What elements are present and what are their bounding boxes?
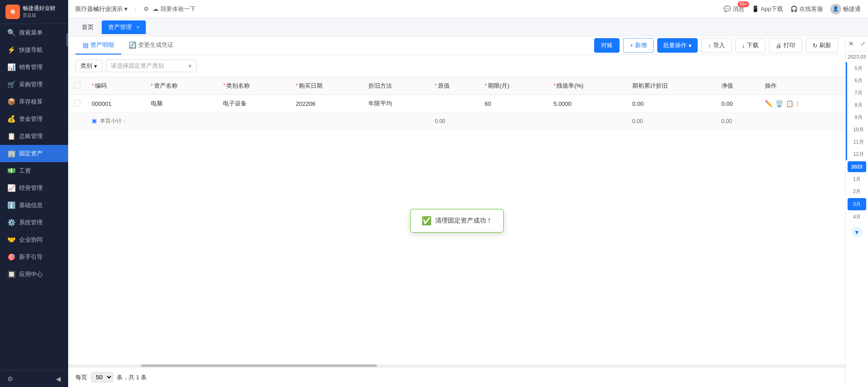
edit-icon[interactable]: ✏️: [765, 100, 773, 107]
sidebar-item-salary[interactable]: 💵 工资: [0, 162, 68, 179]
topbar-right: 💬 消息 99+ 📱 App下载 🎧 在线客服 👤 畅捷通: [724, 4, 861, 15]
table-body: 000001 电脑 电子设备 202206 年限平均 60 5.0000 0.0…: [68, 95, 845, 130]
tab-asset-detail[interactable]: ▤ 资产明细: [75, 36, 121, 55]
month-2[interactable]: 2月: [846, 185, 868, 198]
right-panel-close-button[interactable]: ✕: [848, 40, 854, 47]
sidebar-item-label: 工资: [19, 167, 31, 175]
sidebar-bottom: ⚙ ◀: [0, 370, 68, 387]
download-label: 下载: [747, 41, 759, 50]
row-checkbox[interactable]: [74, 100, 80, 106]
refresh-button[interactable]: ↻ 刷新: [806, 38, 838, 53]
th-code: *编码: [86, 77, 145, 95]
new-button[interactable]: + 新增: [623, 38, 654, 53]
month-6[interactable]: 6月: [849, 74, 868, 87]
year-2023-badge[interactable]: 2023: [848, 161, 866, 172]
category-select[interactable]: 请选择固定资产类别 ▾: [106, 60, 197, 72]
collab-icon: 🤝: [7, 236, 15, 244]
tab-close-icon[interactable]: ×: [136, 24, 140, 30]
app-download-button[interactable]: 📱 App下载: [752, 5, 783, 13]
sidebar-item-label: 企业协同: [19, 236, 43, 244]
content-wrapper: ▤ 资产明细 🔄 变更生成凭证 对账 + 新增: [68, 36, 845, 387]
toast-check-icon: ✅: [422, 216, 432, 226]
month-11[interactable]: 11月: [849, 136, 868, 148]
sidebar-item-search[interactable]: 🔍 搜索菜单: [0, 24, 68, 41]
tab-asset-management[interactable]: 资产管理 ×: [102, 20, 146, 34]
message-icon: 💬: [724, 5, 731, 12]
sidebar-item-finance[interactable]: 💰 资金管理: [0, 110, 68, 128]
month-10[interactable]: 10月: [849, 124, 868, 136]
delete-icon[interactable]: 🗑️: [775, 100, 783, 107]
th-purchase-date: *购买日期: [290, 77, 363, 95]
collapse-icon[interactable]: ◀: [56, 375, 61, 382]
cell-accumulated-depreciation: 0.00: [627, 95, 716, 113]
sidebar-item-label: 应用中心: [19, 270, 43, 278]
sales-icon: 📊: [7, 63, 15, 71]
feedback-text: 我要体验一下: [160, 5, 196, 13]
batch-operations-button[interactable]: 批量操作 ▾: [657, 38, 698, 53]
subtotal-net: 0.00: [716, 113, 759, 130]
sidebar-item-operations[interactable]: 📈 经营管理: [0, 179, 68, 197]
right-panel-expand-button[interactable]: ⤢: [861, 40, 865, 47]
reconcile-label: 对账: [601, 41, 613, 50]
month-4[interactable]: 4月: [846, 211, 868, 223]
month-9[interactable]: 9月: [849, 111, 868, 124]
category-type-filter[interactable]: 类别 ▾: [75, 60, 102, 72]
finance-icon: 💰: [7, 115, 15, 123]
online-service-button[interactable]: 🎧 在线客服: [790, 5, 823, 13]
month-1[interactable]: 1月: [846, 173, 868, 185]
logo-icon: 畅: [5, 5, 20, 19]
month-5[interactable]: 5月: [849, 62, 868, 74]
copy-icon[interactable]: 📋: [786, 100, 794, 107]
feedback-button[interactable]: ☁ 我要体验一下: [153, 5, 196, 13]
sidebar-item-guide[interactable]: 🎯 新手引导: [0, 248, 68, 266]
print-icon: 🖨: [776, 42, 782, 49]
company-dropdown-icon: ▾: [124, 5, 128, 12]
download-button[interactable]: ↓ 下载: [735, 38, 766, 53]
sidebar-item-inventory[interactable]: 📦 库存核算: [0, 93, 68, 110]
print-label: 打印: [784, 41, 795, 50]
sidebar-item-basic-info[interactable]: ℹ️ 基础信息: [0, 197, 68, 214]
row-checkbox-cell[interactable]: [68, 95, 86, 113]
sidebar-item-quicknav[interactable]: ⚡ 快捷导航: [0, 41, 68, 59]
message-button[interactable]: 💬 消息 99+: [724, 5, 744, 13]
asset-tab-label: 资产管理: [108, 24, 132, 30]
sidebar-item-label: 固定资产: [19, 149, 43, 158]
cell-actions: ✏️ 🗑️ 📋 ⟩: [759, 95, 845, 113]
company-selector[interactable]: 医疗器械行业演示 ▾: [75, 5, 128, 13]
operations-icon: 📈: [7, 184, 15, 192]
apps-icon: 🔲: [7, 270, 15, 278]
settings-icon[interactable]: ⚙: [7, 375, 13, 382]
expand-panel-icon[interactable]: ▼: [852, 227, 863, 238]
subtotal-accumulated: 0.00: [627, 113, 716, 130]
select-all-checkbox[interactable]: [74, 82, 80, 89]
purchase-icon: 🛒: [7, 80, 15, 89]
asset-detail-label: 资产明细: [90, 41, 114, 49]
cell-category: 电子设备: [218, 95, 290, 113]
sidebar-item-sales[interactable]: 📊 销售管理: [0, 59, 68, 76]
fixed-assets-icon: 🏢: [7, 149, 15, 158]
month-3-current[interactable]: 3月: [848, 198, 866, 210]
sidebar-item-purchase[interactable]: 🛒 采购管理: [0, 76, 68, 93]
sidebar-item-system[interactable]: ⚙️ 系统管理: [0, 214, 68, 231]
user-profile[interactable]: 👤 畅捷通: [830, 4, 861, 15]
sidebar-item-collab[interactable]: 🤝 企业协同: [0, 231, 68, 248]
reconcile-button[interactable]: 对账: [594, 38, 620, 53]
th-checkbox[interactable]: [68, 77, 86, 95]
more-icon[interactable]: ⟩: [796, 100, 799, 107]
sidebar-item-apps[interactable]: 🔲 应用中心: [0, 266, 68, 283]
tab-change-voucher[interactable]: 🔄 变更生成凭证: [121, 36, 181, 55]
sidebar-item-fixed-assets[interactable]: 🏢 固定资产: [0, 145, 68, 162]
sidebar-item-ledger[interactable]: 📋 总账管理: [0, 128, 68, 145]
tab-home[interactable]: 首页: [75, 20, 100, 34]
month-8[interactable]: 8月: [849, 99, 868, 111]
scroll-thumb[interactable]: [141, 364, 377, 367]
print-button[interactable]: 🖨 打印: [769, 38, 802, 53]
month-7[interactable]: 7月: [849, 87, 868, 99]
table-row: 000001 电脑 电子设备 202206 年限平均 60 5.0000 0.0…: [68, 95, 845, 113]
import-button[interactable]: ↑ 导入: [701, 38, 732, 53]
scroll-indicator[interactable]: [68, 364, 845, 367]
sidebar-nav: 🔍 搜索菜单 ⚡ 快捷导航 📊 销售管理 🛒 采购管理 📦 库存核算 💰 资金管…: [0, 24, 68, 370]
per-page-select[interactable]: 50: [91, 372, 113, 382]
settings-button[interactable]: ⚙: [144, 5, 149, 12]
month-12[interactable]: 12月: [849, 148, 868, 160]
